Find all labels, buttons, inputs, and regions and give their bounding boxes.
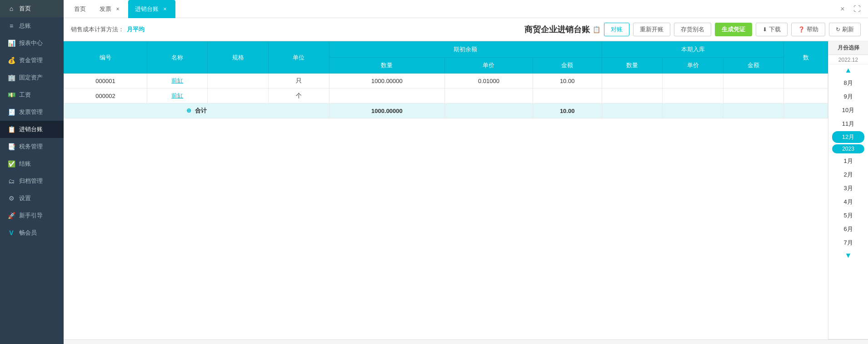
month-7[interactable]: 7月 (828, 236, 868, 250)
month-4[interactable]: 4月 (828, 195, 868, 209)
content-area: 销售成本计算方法： 月平均 商贸企业进销台账 📋 对账 重新开账 存货别名 生成… (64, 18, 868, 344)
total-opening-qty: 1000.00000 (329, 103, 445, 118)
total-icon: ⊕ (186, 107, 191, 114)
sidebar-item-vip[interactable]: V 畅会员 (0, 224, 64, 241)
invoice-mgmt-icon: 🧾 (7, 108, 15, 116)
col-header-unit: 单位 (269, 42, 329, 74)
col-header-code: 编号 (64, 42, 147, 74)
sidebar-item-invoice-mgmt[interactable]: 🧾 发票管理 (0, 103, 64, 121)
vip-icon: V (7, 229, 15, 236)
year-2023-label: 2023 (832, 144, 864, 153)
col-in-price: 单价 (663, 58, 723, 74)
month-2[interactable]: 2月 (828, 168, 868, 182)
tab-invoice[interactable]: 发票 × (93, 0, 128, 18)
total-in-qty (602, 103, 663, 118)
ledger-table: 编号 名称 规格 单位 期初余额 本期入库 数 数量 单价 金额 数 (64, 41, 828, 118)
cell-in-amount-2 (723, 88, 784, 103)
month-picker-year-2022: 2022.12 (828, 55, 868, 64)
col-opening-amount: 金额 (533, 58, 602, 74)
col-header-spec: 规格 (208, 42, 269, 74)
cell-opening-amount-2 (533, 88, 602, 103)
table-row[interactable]: 000001 前缸 只 1000.00000 0.01000 10.00 (64, 74, 828, 88)
scroll-up-button[interactable]: ▲ (828, 64, 868, 76)
sidebar-item-archive[interactable]: 🗂 归档管理 (0, 172, 64, 190)
cell-code-1: 000001 (64, 74, 147, 88)
col-header-name: 名称 (147, 42, 208, 74)
horizontal-scrollbar[interactable] (64, 339, 868, 344)
page-title: 商贸企业进销台账 (524, 24, 590, 35)
sidebar-item-salary[interactable]: 💵 工资 (0, 86, 64, 103)
col-opening-qty: 数量 (329, 58, 445, 74)
total-opening-price (445, 103, 533, 118)
month-picker: 月份选择 2022.12 ▲ 8月 9月 10月 11月 12月 2023 1月… (828, 41, 868, 339)
sidebar-item-home[interactable]: ⌂ 首页 (0, 0, 64, 17)
cell-in-amount-1 (723, 74, 784, 88)
fixed-assets-icon: 🏢 (7, 74, 15, 81)
refresh-button[interactable]: ↻ 刷新 (829, 23, 861, 36)
month-5[interactable]: 5月 (828, 209, 868, 222)
sidebar-item-fixed-assets[interactable]: 🏢 固定资产 (0, 69, 64, 86)
month-8[interactable]: 8月 (828, 76, 868, 90)
generate-voucher-button[interactable]: 生成凭证 (715, 23, 752, 36)
help-button[interactable]: ❓ 帮助 (791, 23, 825, 36)
month-9[interactable]: 9月 (828, 90, 868, 103)
reports-icon: 📊 (7, 39, 15, 47)
col-opening-price: 单价 (445, 58, 533, 74)
month-1[interactable]: 1月 (828, 154, 868, 168)
total-in-amount (723, 103, 784, 118)
total-row: ⊕ 合计 1000.00000 10.00 (64, 103, 828, 118)
total-label: ⊕ 合计 (64, 103, 329, 118)
cost-method-value: 月平均 (127, 25, 145, 34)
col-header-more: 数 (784, 42, 828, 74)
total-opening-amount: 10.00 (533, 103, 602, 118)
col-in-qty: 数量 (602, 58, 663, 74)
tab-purchase-sales-close[interactable]: × (161, 5, 169, 13)
cell-code-2: 000002 (64, 88, 147, 103)
month-6[interactable]: 6月 (828, 222, 868, 236)
cell-opening-qty-1: 1000.00000 (329, 74, 445, 88)
sidebar-item-ledger[interactable]: ≡ 总账 (0, 17, 64, 34)
toolbar-right: 对账 重新开账 存货别名 生成凭证 ⬇ 下载 ❓ 帮助 (604, 23, 861, 36)
cell-name-1: 前缸 (147, 74, 208, 88)
sidebar: ⌂ 首页 ≡ 总账 📊 报表中心 💰 资金管理 🏢 固定资产 💵 工资 🧾 发票… (0, 0, 64, 344)
sidebar-item-tax[interactable]: 📑 税务管理 (0, 138, 64, 155)
maximize-window-button[interactable]: ⛶ (852, 4, 863, 15)
tab-invoice-close[interactable]: × (114, 5, 121, 13)
cell-opening-price-2 (445, 88, 533, 103)
closing-icon: ✅ (7, 160, 15, 167)
cell-spec-1 (208, 74, 269, 88)
save-alias-button[interactable]: 存货别名 (674, 23, 711, 36)
tab-home[interactable]: 首页 (67, 0, 93, 18)
table-and-picker: 编号 名称 规格 单位 期初余额 本期入库 数 数量 单价 金额 数 (64, 41, 868, 339)
help-icon: ❓ (798, 26, 805, 33)
close-window-button[interactable]: × (837, 4, 848, 15)
month-picker-title: 月份选择 (828, 41, 868, 55)
reopen-button[interactable]: 重新开账 (633, 23, 670, 36)
month-3[interactable]: 3月 (828, 182, 868, 195)
cell-more-1 (784, 74, 828, 88)
month-12[interactable]: 12月 (832, 131, 864, 143)
sidebar-item-purchase-sales[interactable]: 📋 进销台账 (0, 121, 64, 138)
sidebar-item-settings[interactable]: ⚙ 设置 (0, 190, 64, 207)
sidebar-item-funds[interactable]: 💰 资金管理 (0, 52, 64, 69)
scroll-down-button[interactable]: ▼ (828, 250, 868, 261)
sidebar-item-guide[interactable]: 🚀 新手引导 (0, 207, 64, 224)
tax-icon: 📑 (7, 143, 15, 150)
cell-opening-price-1: 0.01000 (445, 74, 533, 88)
tab-invoice-label: 发票 (100, 5, 111, 13)
month-11[interactable]: 11月 (828, 117, 868, 131)
table-row[interactable]: 000002 前缸 个 (64, 88, 828, 103)
cell-in-qty-1 (602, 74, 663, 88)
sidebar-item-reports[interactable]: 📊 报表中心 (0, 34, 64, 52)
tab-bar: 首页 发票 × 进销台账 × × ⛶ (64, 0, 868, 18)
match-button[interactable]: 对账 (604, 23, 629, 36)
cell-unit-2: 个 (269, 88, 329, 103)
cell-in-qty-2 (602, 88, 663, 103)
cell-unit-1: 只 (269, 74, 329, 88)
sidebar-item-closing[interactable]: ✅ 结账 (0, 155, 64, 172)
cell-in-price-1 (663, 74, 723, 88)
download-button[interactable]: ⬇ 下载 (756, 23, 788, 36)
tab-purchase-sales[interactable]: 进销台账 × (128, 0, 175, 18)
month-10[interactable]: 10月 (828, 103, 868, 117)
ledger-icon: ≡ (7, 22, 15, 29)
